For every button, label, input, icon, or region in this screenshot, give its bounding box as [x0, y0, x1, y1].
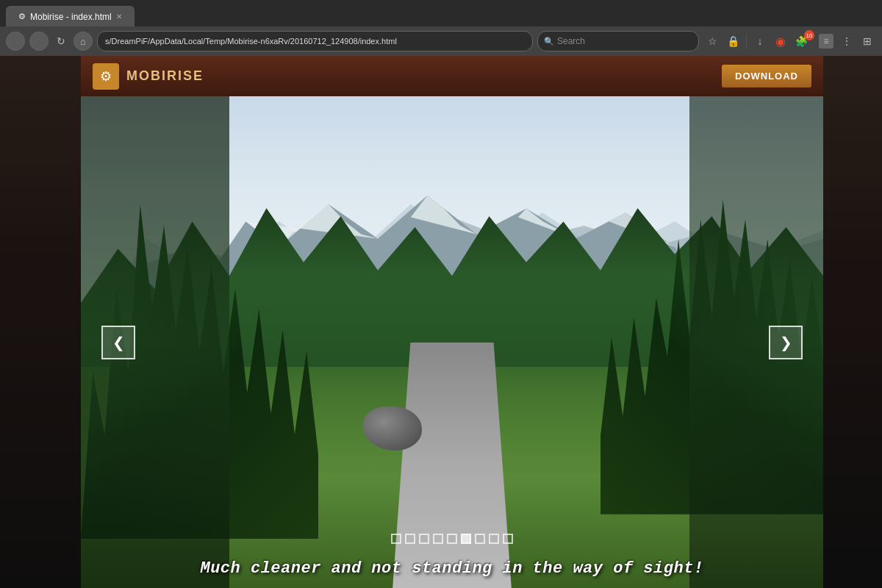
star-button[interactable]: ☆: [703, 32, 721, 50]
indicator-8[interactable]: [489, 534, 499, 544]
app-logo-icon: ⚙: [93, 63, 119, 90]
slide-caption: Much cleaner and not standing in the way…: [81, 556, 823, 581]
address-bar[interactable]: s/DreamPiF/AppData/Local/Temp/Mobirise-n…: [97, 31, 533, 51]
indicator-9[interactable]: [503, 534, 513, 544]
search-icon: 🔍: [544, 37, 554, 46]
prev-icon: ❮: [112, 334, 125, 351]
sidebar-right-bg: [823, 56, 882, 588]
extension-with-badge: 🧩 10: [792, 32, 814, 50]
browser-chrome: ⚙ Mobirise - index.html ✕ ‹ › ↻ ⌂ s/Drea…: [0, 0, 882, 56]
app-header: ⚙ MOBIRISE DOWNLOAD: [81, 56, 823, 96]
sidebar-right: [823, 56, 882, 588]
menu-icon: ≡: [819, 34, 833, 49]
reload-icon: ↻: [57, 35, 65, 47]
lock-icon: 🔒: [727, 35, 739, 47]
tab-bar: ⚙ Mobirise - index.html ✕: [0, 0, 882, 26]
extra-button[interactable]: ⊞: [858, 32, 876, 50]
navigation-bar: ‹ › ↻ ⌂ s/DreamPiF/AppData/Local/Temp/Mo…: [0, 26, 882, 56]
main-content: ⚙ MOBIRISE DOWNLOAD: [0, 56, 882, 588]
notification-badge: 10: [804, 30, 814, 40]
star-icon: ☆: [708, 35, 717, 47]
slide-image: [81, 96, 823, 588]
app-logo-text: MOBIRISE: [126, 68, 204, 84]
slide-indicators: [391, 534, 513, 544]
download-app-button[interactable]: DOWNLOAD: [722, 65, 811, 87]
grid-icon: ⋮: [842, 35, 852, 47]
indicator-1[interactable]: [391, 534, 401, 544]
menu-button[interactable]: ≡: [817, 32, 835, 50]
home-button[interactable]: ⌂: [74, 32, 93, 51]
forward-icon: ›: [37, 36, 40, 47]
extra-icon: ⊞: [863, 35, 872, 47]
next-icon: ❯: [780, 334, 792, 351]
carousel-next-button[interactable]: ❯: [769, 326, 803, 359]
back-button[interactable]: ‹: [6, 32, 25, 51]
download-button[interactable]: ↓: [751, 32, 769, 50]
browser-viewport: ⚙ MOBIRISE DOWNLOAD: [81, 56, 823, 588]
tab-label: Mobirise - index.html: [30, 12, 112, 22]
separator: [746, 34, 747, 49]
search-bar[interactable]: 🔍 Search: [537, 31, 699, 51]
browser-icon-btn[interactable]: ◉: [772, 32, 789, 50]
back-icon: ‹: [14, 36, 17, 47]
tab-favicon: ⚙: [18, 12, 26, 21]
sidebar-left-bg: [0, 56, 81, 588]
indicator-2[interactable]: [405, 534, 415, 544]
sidebar-left: [0, 56, 81, 588]
lock-button[interactable]: 🔒: [724, 32, 742, 50]
address-text: s/DreamPiF/AppData/Local/Temp/Mobirise-n…: [105, 37, 397, 46]
indicator-5[interactable]: [447, 534, 457, 544]
extensions-panel-button[interactable]: ⋮: [838, 32, 856, 50]
indicator-3[interactable]: [419, 534, 429, 544]
indicator-7[interactable]: [475, 534, 485, 544]
slideshow: ❮ ❯ Much cleaner and not standing in the…: [81, 96, 823, 588]
indicator-4[interactable]: [433, 534, 443, 544]
tab-close-button[interactable]: ✕: [116, 12, 122, 21]
active-tab[interactable]: ⚙ Mobirise - index.html ✕: [6, 6, 135, 26]
path-road: [392, 343, 512, 589]
forward-button[interactable]: ›: [29, 32, 49, 51]
slide-canvas: [81, 96, 823, 588]
home-icon: ⌂: [80, 36, 86, 47]
search-placeholder: Search: [557, 36, 585, 46]
indicator-6[interactable]: [461, 534, 471, 544]
toolbar-icons: ☆ 🔒 ↓ ◉ 🧩 10 ≡ ⋮: [703, 32, 876, 50]
right-tree-shadow: [689, 96, 823, 588]
download-icon: ↓: [758, 35, 763, 47]
carousel-prev-button[interactable]: ❮: [101, 326, 135, 359]
reload-button[interactable]: ↻: [53, 34, 69, 49]
gear-icon: ⚙: [100, 68, 112, 85]
browser-logo-icon: ◉: [775, 35, 786, 49]
